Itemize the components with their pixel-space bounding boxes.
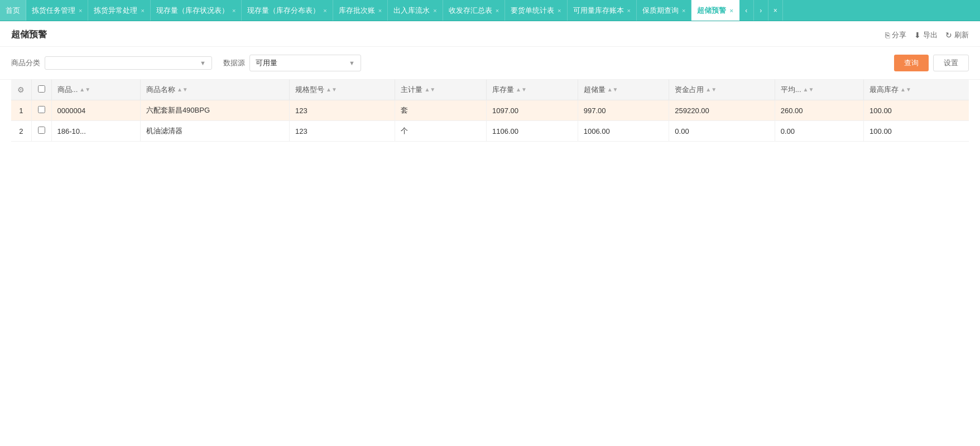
th-product-name: 商品名称 ▲▼ xyxy=(140,80,289,100)
th-avg-sort[interactable]: 平均... ▲▼ xyxy=(781,85,858,95)
nav-close-icon[interactable]: × xyxy=(79,7,82,14)
page-header: 超储预警 ⎘ 分享 ⬇ 导出 ↻ 刷新 xyxy=(0,21,980,47)
table-row: 10000004六配套新昌490BPG123套1097.00997.002592… xyxy=(11,100,969,121)
nav-available-stock[interactable]: 可用量库存账本 × xyxy=(568,0,637,21)
td-index: 1 xyxy=(11,100,31,121)
td-max-stock: 100.00 xyxy=(864,121,969,142)
nav-close-icon[interactable]: × xyxy=(729,7,733,14)
td-capital: 0.00 xyxy=(669,121,775,142)
select-all-checkbox[interactable] xyxy=(38,85,45,93)
th-max-stock-sort[interactable]: 最高库存 ▲▼ xyxy=(869,85,963,95)
td-product-code: 0000004 xyxy=(51,100,140,121)
th-product-name-sort[interactable]: 商品名称 ▲▼ xyxy=(146,85,284,95)
nav-next-arrow[interactable]: › xyxy=(754,0,768,21)
refresh-icon: ↻ xyxy=(945,31,952,40)
nav-quality-check[interactable]: 保质期查询 × xyxy=(637,0,691,21)
sort-icon: ▲▼ xyxy=(424,87,435,93)
td-product-name: 机油滤清器 xyxy=(140,121,289,142)
header-actions: ⎘ 分享 ⬇ 导出 ↻ 刷新 xyxy=(885,30,969,40)
td-checkbox xyxy=(31,100,51,121)
category-select[interactable]: ▼ xyxy=(45,56,212,70)
td-product-name: 六配套新昌490BPG xyxy=(140,100,289,121)
overstock-table: ⚙ 商品... ▲▼ 商品名称 ▲▼ xyxy=(11,80,969,142)
datasource-dropdown-arrow-icon: ▼ xyxy=(349,60,355,66)
nav-stock-status[interactable]: 现存量（库存状况表） × xyxy=(151,0,242,21)
table-settings-gear-icon[interactable]: ⚙ xyxy=(17,85,25,94)
query-button[interactable]: 查询 xyxy=(894,55,929,71)
td-unit: 套 xyxy=(395,100,487,121)
td-stock: 1106.00 xyxy=(487,121,578,142)
th-product-code-sort[interactable]: 商品... ▲▼ xyxy=(57,85,134,95)
td-spec: 123 xyxy=(290,121,395,142)
nav-close-icon[interactable]: × xyxy=(433,7,436,14)
nav-close-all-arrow[interactable]: × xyxy=(768,0,783,21)
nav-close-icon[interactable]: × xyxy=(627,7,631,14)
td-overstock: 997.00 xyxy=(578,100,669,121)
data-table-container: ⚙ 商品... ▲▼ 商品名称 ▲▼ xyxy=(0,80,980,142)
row-checkbox[interactable] xyxy=(38,106,45,113)
th-overstock-sort[interactable]: 超储量 ▲▼ xyxy=(584,85,664,95)
td-stock: 1097.00 xyxy=(487,100,578,121)
category-label: 商品分类 xyxy=(11,58,40,68)
th-capital-sort[interactable]: 资金占用 ▲▼ xyxy=(675,85,768,95)
td-spec: 123 xyxy=(290,100,395,121)
sort-icon: ▲▼ xyxy=(900,87,911,93)
td-avg: 0.00 xyxy=(775,121,863,142)
nav-close-icon[interactable]: × xyxy=(496,7,499,14)
table-header-row: ⚙ 商品... ▲▼ 商品名称 ▲▼ xyxy=(11,80,969,100)
category-dropdown-arrow-icon: ▼ xyxy=(200,60,206,66)
td-product-code: 186-10... xyxy=(51,121,140,142)
nav-task-mgmt[interactable]: 拣货任务管理 × xyxy=(26,0,88,21)
th-spec: 规格型号 ▲▼ xyxy=(290,80,395,100)
sort-icon: ▲▼ xyxy=(516,87,527,93)
th-avg: 平均... ▲▼ xyxy=(775,80,863,100)
nav-close-icon[interactable]: × xyxy=(232,7,236,14)
share-button[interactable]: ⎘ 分享 xyxy=(885,30,906,40)
nav-home[interactable]: 首页 xyxy=(0,0,26,21)
nav-exception[interactable]: 拣货异常处理 × xyxy=(88,0,150,21)
settings-button[interactable]: 设置 xyxy=(933,55,969,71)
export-icon: ⬇ xyxy=(914,31,921,40)
nav-close-icon[interactable]: × xyxy=(558,7,561,14)
td-index: 2 xyxy=(11,121,31,142)
sort-icon: ▲▼ xyxy=(705,87,717,93)
table-row: 2186-10...机油滤清器123个1106.001006.000.000.0… xyxy=(11,121,969,142)
nav-stock-dist[interactable]: 现存量（库存分布表） × xyxy=(242,0,333,21)
sort-icon: ▲▼ xyxy=(177,87,188,93)
refresh-button[interactable]: ↻ 刷新 xyxy=(945,30,969,40)
th-spec-sort[interactable]: 规格型号 ▲▼ xyxy=(295,85,389,95)
nav-prev-arrow[interactable]: ‹ xyxy=(739,0,754,21)
page-title: 超储预警 xyxy=(11,29,47,41)
nav-overstock-warning[interactable]: 超储预警 × xyxy=(691,0,739,21)
sort-icon: ▲▼ xyxy=(607,87,618,93)
td-checkbox xyxy=(31,121,51,142)
td-overstock: 1006.00 xyxy=(578,121,669,142)
th-unit-sort[interactable]: 主计量 ▲▼ xyxy=(401,85,481,95)
nav-close-icon[interactable]: × xyxy=(141,7,144,14)
datasource-filter-group: 数据源 可用量 ▼ xyxy=(223,55,361,71)
th-settings: ⚙ xyxy=(11,80,31,100)
datasource-select-value: 可用量 xyxy=(256,58,277,68)
datasource-select[interactable]: 可用量 ▼ xyxy=(249,55,361,71)
filter-actions: 查询 设置 xyxy=(894,55,969,71)
th-stock: 库存量 ▲▼ xyxy=(487,80,578,100)
th-stock-sort[interactable]: 库存量 ▲▼ xyxy=(492,85,572,95)
nav-close-icon[interactable]: × xyxy=(323,7,326,14)
nav-order-stats[interactable]: 要货单统计表 × xyxy=(505,0,567,21)
nav-batch[interactable]: 库存批次账 × xyxy=(333,0,388,21)
td-unit: 个 xyxy=(395,121,487,142)
row-checkbox[interactable] xyxy=(38,127,45,134)
datasource-label: 数据源 xyxy=(223,58,245,68)
th-product-code: 商品... ▲▼ xyxy=(51,80,140,100)
export-button[interactable]: ⬇ 导出 xyxy=(914,30,938,40)
nav-collect-total[interactable]: 收发存汇总表 × xyxy=(443,0,505,21)
nav-close-icon[interactable]: × xyxy=(378,7,382,14)
sort-icon: ▲▼ xyxy=(79,87,90,93)
nav-inout-flow[interactable]: 出入库流水 × xyxy=(388,0,443,21)
page-content: 超储预警 ⎘ 分享 ⬇ 导出 ↻ 刷新 商品分类 ▼ 数据源 xyxy=(0,21,980,446)
nav-close-icon[interactable]: × xyxy=(682,7,685,14)
th-unit: 主计量 ▲▼ xyxy=(395,80,487,100)
td-capital: 259220.00 xyxy=(669,100,775,121)
th-checkbox xyxy=(31,80,51,100)
category-filter-group: 商品分类 ▼ xyxy=(11,56,212,70)
